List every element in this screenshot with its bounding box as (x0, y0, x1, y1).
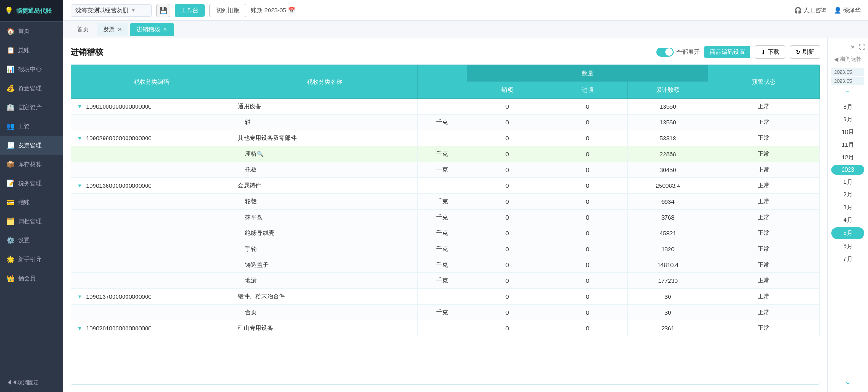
sidebar-item-invoice[interactable]: 🧾 发票管理 (0, 136, 63, 155)
sidebar-item-settlement[interactable]: 💳 结账 (0, 193, 63, 212)
funds-icon: 💰 (6, 84, 14, 92)
page-header: 进销稽核 全部展开 商品编码设置 ⬇ 下载 ↻ 刷新 (71, 45, 820, 59)
search-icon[interactable]: 🔍 (257, 151, 264, 157)
period-month-6[interactable]: 6月 (828, 240, 868, 253)
period-item-2023-05-a[interactable]: 2023.05 (831, 68, 864, 76)
period-header: ◀ 期间选择 (828, 53, 868, 66)
panel-close-button[interactable]: ✕ (850, 43, 855, 51)
period-month-4[interactable]: 4月 (828, 214, 868, 226)
period-month-11[interactable]: 11月 (828, 139, 868, 151)
user-item[interactable]: 👤 徐泽华 (834, 6, 861, 14)
table-row: 合页 千克 0 0 30 正常 (71, 305, 820, 320)
cell-purchase: 0 (547, 178, 628, 194)
cell-tax-code (71, 225, 232, 241)
cell-purchase: 0 (547, 241, 628, 257)
oldversion-button[interactable]: 切到旧版 (209, 4, 246, 17)
period-month-12[interactable]: 12月 (828, 151, 868, 164)
cell-status: 正常 (708, 178, 819, 194)
cell-tax-code (71, 257, 232, 273)
tab-invoice[interactable]: 发票 ✕ (97, 23, 128, 36)
period-scroll-down[interactable]: ⌄ (828, 375, 868, 388)
sidebar-item-assets[interactable]: 🏢 固定资产 (0, 98, 63, 117)
save-draft-button[interactable]: 💾 (156, 4, 170, 17)
tab-reconcile[interactable]: 进销稽核 ✕ (130, 23, 174, 36)
tab-invoice-close[interactable]: ✕ (118, 26, 122, 33)
sidebar-item-tax[interactable]: 📝 税务管理 (0, 174, 63, 193)
cell-cumulative: 6634 (627, 194, 708, 210)
cell-unit: 千克 (417, 257, 467, 273)
refresh-button[interactable]: ↻ 刷新 (790, 45, 820, 59)
expand-switch[interactable] (656, 48, 674, 57)
cell-status: 正常 (708, 210, 819, 225)
cell-cumulative: 1820 (627, 241, 708, 257)
cell-unit (417, 99, 467, 115)
sidebar-item-label: 总账 (18, 46, 30, 54)
period-item-2023-05-b[interactable]: 2023.05 (831, 77, 864, 85)
sidebar-item-guide[interactable]: 🌟 新手引导 (0, 250, 63, 269)
logo-text: 畅捷通易代账 (16, 7, 52, 15)
cell-tax-code: ▼ 10902010000000000000 (71, 320, 232, 336)
cell-tax-code: ▼ 10901000000000000000 (71, 99, 232, 115)
cell-tax-name: 轮毂 (232, 194, 417, 210)
workbench-button[interactable]: 工作台 (175, 4, 205, 17)
period-month-10[interactable]: 10月 (828, 126, 868, 139)
period-month-3[interactable]: 3月 (828, 201, 868, 214)
expand-row-icon[interactable]: ▼ (77, 103, 83, 110)
cell-sales: 0 (467, 289, 547, 305)
cell-purchase: 0 (547, 99, 628, 115)
support-item[interactable]: 🎧 人工咨询 (794, 6, 827, 14)
cell-unit: 千克 (417, 194, 467, 210)
sidebar-item-archive[interactable]: 🗂️ 归档管理 (0, 212, 63, 231)
cell-tax-code (71, 115, 232, 130)
sidebar-item-ledger[interactable]: 📋 总账 (0, 41, 63, 60)
sidebar-item-label: 新手引导 (18, 255, 42, 263)
period-month-8[interactable]: 8月 (828, 100, 868, 113)
period-year-2023: 2023 (831, 165, 864, 175)
period-month-1[interactable]: 1月 (828, 176, 868, 188)
topbar-right: 🎧 人工咨询 👤 徐泽华 (794, 6, 861, 14)
company-selector[interactable]: 沈海英测试经营勿删 ▼ (71, 4, 152, 17)
sidebar-item-payroll[interactable]: 👥 工资 (0, 117, 63, 136)
col-cumulative: 累计数额 (627, 82, 708, 99)
cell-purchase: 0 (547, 146, 628, 162)
table-row: ▼ 10901370000000000000 锻件、粉末冶金件 0 0 30 正… (71, 289, 820, 305)
period-month-7[interactable]: 7月 (828, 253, 868, 265)
chevron-down-icon: ▼ (131, 8, 136, 13)
sidebar-item-settings[interactable]: ⚙️ 设置 (0, 231, 63, 250)
cell-sales: 0 (467, 241, 547, 257)
sidebar-item-funds[interactable]: 💰 资金管理 (0, 79, 63, 98)
archive-icon: 🗂️ (6, 217, 14, 225)
tab-reconcile-close[interactable]: ✕ (163, 26, 167, 33)
product-code-button[interactable]: 商品编码设置 (704, 46, 750, 58)
tab-home[interactable]: 首页 (71, 23, 95, 36)
panel-expand-button[interactable]: ⛶ (859, 43, 865, 51)
expand-row-icon[interactable]: ▼ (77, 325, 83, 332)
period-scroll-up[interactable]: ⌃ (828, 87, 868, 100)
col-purchase: 进项 (547, 82, 628, 99)
sidebar-unpin[interactable]: ◀◀取消固定 (0, 373, 63, 392)
cell-sales: 0 (467, 130, 547, 146)
expand-row-icon[interactable]: ▼ (77, 293, 83, 300)
assets-icon: 🏢 (6, 103, 14, 111)
period-month-5[interactable]: 5月 (831, 227, 864, 239)
expand-row-icon[interactable]: ▼ (77, 135, 83, 142)
period-month-9[interactable]: 9月 (828, 113, 868, 126)
cell-status: 正常 (708, 146, 819, 162)
period-month-2[interactable]: 2月 (828, 188, 868, 201)
sidebar-item-member[interactable]: 👑 畅会员 (0, 269, 63, 288)
cell-unit: 千克 (417, 225, 467, 241)
sidebar-item-home[interactable]: 🏠 首页 (0, 22, 63, 41)
cell-cumulative: 3768 (627, 210, 708, 225)
sidebar-nav: 🏠 首页 📋 总账 📊 报表中心 💰 资金管理 🏢 固定资产 👥 工资 (0, 22, 63, 373)
calendar-icon[interactable]: 📅 (288, 7, 295, 14)
table-row: 绝缘导线壳 千克 0 0 45821 正常 (71, 225, 820, 241)
logo-icon: 💡 (5, 6, 14, 15)
expand-row-icon[interactable]: ▼ (77, 182, 83, 189)
col-alert: 预警状态 (708, 65, 819, 99)
sidebar-item-reports[interactable]: 📊 报表中心 (0, 60, 63, 79)
cell-sales: 0 (467, 146, 547, 162)
sidebar-item-inventory[interactable]: 📦 库存核算 (0, 155, 63, 174)
cell-purchase: 0 (547, 115, 628, 130)
download-button[interactable]: ⬇ 下载 (755, 45, 785, 59)
sidebar-item-label: 首页 (18, 27, 30, 35)
